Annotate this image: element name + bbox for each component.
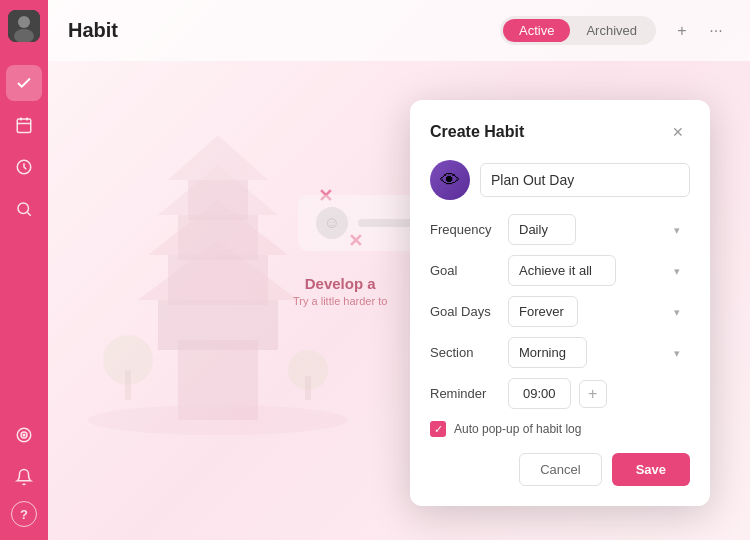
svg-rect-14 (158, 300, 278, 350)
tab-archived[interactable]: Archived (570, 19, 653, 42)
section-label: Section (430, 345, 508, 360)
habit-emoji: 👁 (440, 169, 460, 192)
svg-point-12 (23, 434, 25, 436)
modal-title: Create Habit (430, 123, 524, 141)
frequency-wrapper: Daily Weekly Monthly (508, 214, 690, 245)
svg-point-8 (18, 203, 29, 214)
header: Habit Active Archived + ··· (48, 0, 750, 61)
sidebar-item-check[interactable] (6, 65, 42, 101)
sub-text: Try a little harder to (293, 295, 387, 307)
tab-group: Active Archived (500, 16, 656, 45)
header-actions: + ··· (668, 17, 730, 45)
goal-row: Goal Achieve it all Complete 50% (430, 255, 690, 286)
goal-days-select[interactable]: Forever 30 Days 60 Days (508, 296, 578, 327)
section-select[interactable]: Morning Afternoon Evening (508, 337, 587, 368)
avatar[interactable] (8, 10, 40, 42)
checkmark-icon: ✓ (434, 423, 443, 436)
svg-rect-24 (125, 370, 131, 400)
develop-text: Develop a (293, 275, 387, 292)
svg-point-26 (88, 405, 348, 435)
sidebar-item-target[interactable] (6, 417, 42, 453)
svg-point-1 (18, 16, 30, 28)
modal-header: Create Habit ✕ (430, 120, 690, 144)
auto-popup-label: Auto pop-up of habit log (454, 422, 581, 436)
sidebar: ? (0, 0, 48, 540)
action-buttons: Cancel Save (430, 453, 690, 486)
save-button[interactable]: Save (612, 453, 690, 486)
svg-rect-3 (17, 119, 31, 133)
sidebar-item-help[interactable]: ? (11, 501, 37, 527)
goal-days-label: Goal Days (430, 304, 508, 319)
sidebar-item-search[interactable] (6, 191, 42, 227)
frequency-label: Frequency (430, 222, 508, 237)
goal-days-row: Goal Days Forever 30 Days 60 Days (430, 296, 690, 327)
svg-line-9 (27, 212, 30, 215)
habit-name-input[interactable] (480, 163, 690, 197)
auto-popup-row: ✓ Auto pop-up of habit log (430, 421, 690, 437)
sidebar-item-bell[interactable] (6, 459, 42, 495)
svg-rect-20 (188, 180, 248, 220)
reminder-label: Reminder (430, 386, 508, 401)
reminder-row: Reminder 09:00 + (430, 378, 690, 409)
frequency-select[interactable]: Daily Weekly Monthly (508, 214, 576, 245)
goal-days-wrapper: Forever 30 Days 60 Days (508, 296, 690, 327)
cancel-button[interactable]: Cancel (519, 453, 601, 486)
create-habit-modal: Create Habit ✕ 👁 Frequency Daily Weekly … (410, 100, 710, 506)
svg-rect-18 (178, 215, 258, 260)
svg-rect-16 (168, 255, 268, 305)
add-reminder-button[interactable]: + (579, 380, 607, 408)
add-button[interactable]: + (668, 17, 696, 45)
tab-active[interactable]: Active (503, 19, 570, 42)
goal-label: Goal (430, 263, 508, 278)
section-row: Section Morning Afternoon Evening (430, 337, 690, 368)
develop-text-area: Develop a Try a little harder to (293, 275, 387, 307)
auto-popup-checkbox[interactable]: ✓ (430, 421, 446, 437)
close-button[interactable]: ✕ (666, 120, 690, 144)
reminder-time[interactable]: 09:00 (508, 378, 571, 409)
habit-icon[interactable]: 👁 (430, 160, 470, 200)
sidebar-item-clock[interactable] (6, 149, 42, 185)
svg-marker-21 (168, 135, 268, 180)
goal-select[interactable]: Achieve it all Complete 50% (508, 255, 616, 286)
svg-rect-25 (305, 376, 311, 400)
main-content: Habit Active Archived + ··· (48, 0, 750, 540)
more-button[interactable]: ··· (702, 17, 730, 45)
page-title: Habit (68, 19, 118, 42)
goal-wrapper: Achieve it all Complete 50% (508, 255, 690, 286)
frequency-row: Frequency Daily Weekly Monthly (430, 214, 690, 245)
habit-name-row: 👁 (430, 160, 690, 200)
section-wrapper: Morning Afternoon Evening (508, 337, 690, 368)
sidebar-item-calendar[interactable] (6, 107, 42, 143)
